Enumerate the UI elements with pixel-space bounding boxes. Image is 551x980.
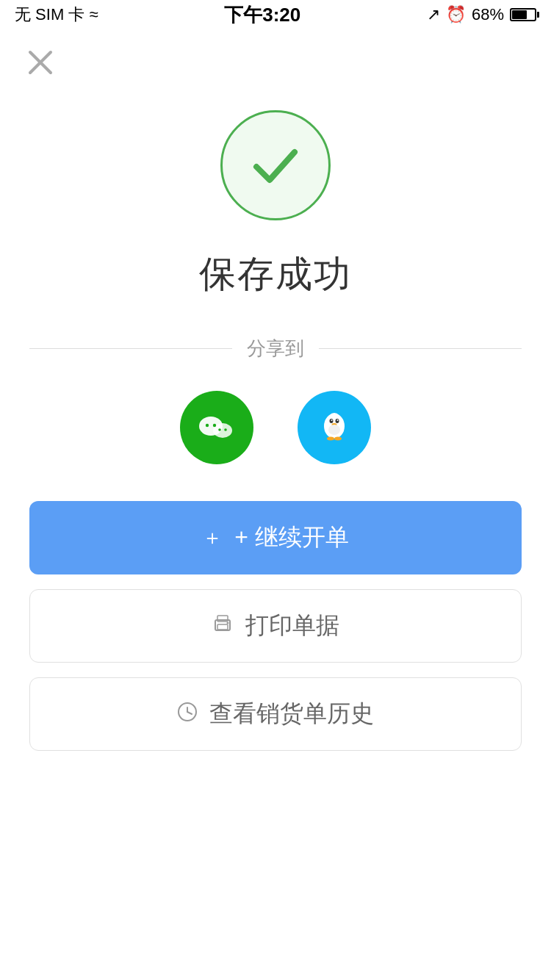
battery-fill <box>512 10 527 19</box>
printer-icon <box>212 613 234 639</box>
share-divider: 分享到 <box>29 336 522 361</box>
battery-icon <box>510 8 536 21</box>
svg-point-5 <box>213 424 216 427</box>
main-content: 保存成功 分享到 <box>0 96 551 765</box>
svg-point-16 <box>327 437 334 441</box>
success-icon-circle <box>220 110 331 220</box>
svg-point-15 <box>328 425 340 435</box>
svg-point-11 <box>336 419 339 423</box>
alarm-icon: ⏰ <box>446 5 466 24</box>
location-icon: ↗ <box>427 5 440 24</box>
share-icons <box>29 391 522 464</box>
svg-point-10 <box>330 419 334 423</box>
svg-point-13 <box>337 419 339 421</box>
share-qq-button[interactable] <box>298 391 371 464</box>
svg-line-24 <box>187 712 192 714</box>
status-time: 下午3:20 <box>224 2 300 28</box>
checkmark-icon <box>246 136 305 195</box>
close-button[interactable] <box>22 44 59 81</box>
print-label: 打印单据 <box>245 610 339 642</box>
svg-point-21 <box>227 621 229 624</box>
action-buttons: ＋ + 继续开单 打印单据 <box>29 501 522 751</box>
share-label: 分享到 <box>247 336 304 361</box>
wechat-icon <box>195 406 239 450</box>
history-label: 查看销货单历史 <box>209 698 374 730</box>
battery-percent: 68% <box>472 5 504 24</box>
status-right: ↗ ⏰ 68% <box>427 5 536 24</box>
share-section: 分享到 <box>29 336 522 464</box>
svg-point-4 <box>206 424 209 427</box>
share-wechat-button[interactable] <box>180 391 253 464</box>
qq-icon <box>312 406 356 450</box>
continue-label: + 继续开单 <box>234 522 349 554</box>
status-bar: 无 SIM 卡 ≈ 下午3:20 ↗ ⏰ 68% <box>0 0 551 29</box>
svg-point-7 <box>224 428 227 431</box>
sim-status: 无 SIM 卡 ≈ <box>15 4 98 26</box>
svg-rect-19 <box>217 624 228 630</box>
svg-point-17 <box>334 437 342 441</box>
continue-button[interactable]: ＋ + 继续开单 <box>29 501 522 574</box>
success-title: 保存成功 <box>199 250 352 299</box>
clock-icon <box>177 702 198 727</box>
svg-point-6 <box>218 428 221 431</box>
print-button[interactable]: 打印单据 <box>29 589 522 663</box>
plus-icon: ＋ <box>202 524 223 552</box>
history-button[interactable]: 查看销货单历史 <box>29 677 522 751</box>
svg-point-12 <box>331 419 333 421</box>
status-left: 无 SIM 卡 ≈ <box>15 4 98 26</box>
